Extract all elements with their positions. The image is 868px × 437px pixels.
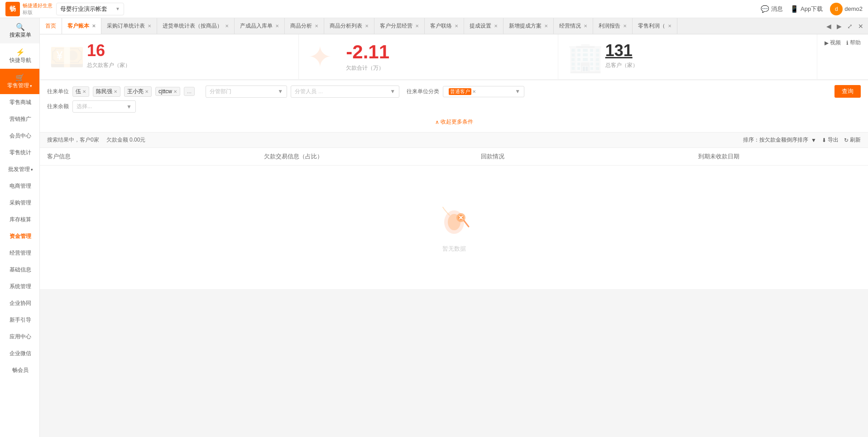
- chevron-right-icon: ▾: [30, 84, 32, 88]
- empty-icon: [436, 202, 472, 239]
- chevron-down-icon: ▼: [278, 88, 283, 95]
- export-icon: ⬇: [822, 137, 826, 143]
- remove-tag-icon[interactable]: ✕: [173, 89, 177, 94]
- stat-block-debt: ✦ -2.11 欠款合计（万）: [299, 34, 558, 79]
- message-button[interactable]: 💬 消息: [761, 5, 783, 13]
- sidebar-item-retail-stats[interactable]: 零售统计: [0, 144, 39, 161]
- person-filter-select[interactable]: 分管人员 ... ▼: [291, 86, 399, 98]
- tab-add-commission[interactable]: 新增提成方案 ✕: [504, 18, 554, 34]
- tab-close-icon[interactable]: ✕: [315, 24, 318, 28]
- category-filter-select[interactable]: 普通客户 ✕ ▼: [443, 86, 524, 97]
- tab-customer-layer[interactable]: 客户分层经营 ✕: [374, 18, 425, 34]
- sidebar-item-basic-info[interactable]: 基础信息: [0, 261, 39, 278]
- refresh-button[interactable]: ↻ 刷新: [844, 136, 861, 144]
- dept-filter-select[interactable]: 分管部门 ▼: [206, 86, 287, 98]
- tab-purchase-stats[interactable]: 采购订单统计表 ✕: [101, 18, 157, 34]
- tab-home[interactable]: 首页: [40, 18, 62, 34]
- tab-close-icon[interactable]: ✕: [365, 24, 369, 28]
- collapse-button[interactable]: ∧ 收起更多条件: [435, 116, 473, 128]
- export-button[interactable]: ⬇ 导出: [822, 136, 839, 144]
- main-container: 🔍 搜索菜单 ⚡ 快捷导航 🛒 零售管理 ▾ 零售商城 营销推广 会员中心 零售…: [0, 18, 868, 437]
- balance-filter-select[interactable]: 选择... ▼: [72, 100, 136, 113]
- sidebar-item-wholesale-management[interactable]: 批发管理 ▾: [0, 161, 39, 178]
- video-button[interactable]: ▶ 视频: [825, 39, 841, 47]
- tab-close-icon[interactable]: ✕: [148, 24, 151, 28]
- tab-purchase-goods[interactable]: 进货单统计表（按商品） ✕: [157, 18, 235, 34]
- tab-goods-analysis[interactable]: 商品分析 ✕: [285, 18, 324, 34]
- tab-close-icon[interactable]: ✕: [544, 24, 548, 28]
- empty-text: 暂无数据: [442, 245, 466, 253]
- filter-tag-cjttcw[interactable]: cjttcw ✕: [155, 87, 180, 96]
- nav-icon: ⚡: [3, 48, 38, 57]
- sidebar-item-marketing[interactable]: 营销推广: [0, 111, 39, 128]
- unit-filter-label: 往来单位: [47, 88, 69, 95]
- filter-tag-wangxx[interactable]: 王小亮 ✕: [124, 86, 152, 97]
- sidebar-item-business-management[interactable]: 经营管理: [0, 245, 39, 261]
- results-bar: 搜索结果中，客户0家 欠款金额 0.00元 排序：按欠款金额倒序排序 ▼ ⬇ 导…: [40, 133, 868, 148]
- tab-customer-contact[interactable]: 客户联络 ✕: [425, 18, 464, 34]
- content-area: 首页 客户账本 ✕ 采购订单统计表 ✕ 进货单统计表（按商品） ✕ 产成品入库单…: [40, 18, 868, 437]
- refresh-icon: ↻: [844, 137, 849, 143]
- tab-close-icon[interactable]: ✕: [225, 24, 229, 28]
- phone-icon: 📱: [790, 5, 799, 13]
- chevron-down-icon: ▾: [31, 167, 33, 172]
- tab-product-stock[interactable]: 产成品入库单 ✕: [235, 18, 285, 34]
- filter-tag-chenmq[interactable]: 陈民强 ✕: [93, 86, 120, 97]
- tab-close-icon[interactable]: ✕: [92, 24, 96, 28]
- sidebar-item-system-management[interactable]: 系统管理: [0, 278, 39, 295]
- sidebar-item-wechat-work[interactable]: 企业微信: [0, 345, 39, 362]
- remove-category-icon[interactable]: ✕: [472, 89, 476, 94]
- tab-goods-analysis-list[interactable]: 商品分析列表 ✕: [324, 18, 374, 34]
- sidebar-item-member-center[interactable]: 会员中心: [0, 128, 39, 144]
- col-header-date: 到期未收款日期: [698, 152, 861, 161]
- sidebar-item-chang-member[interactable]: 畅会员: [0, 362, 39, 379]
- help-actions: ▶ 视频 ℹ 帮助: [817, 34, 868, 79]
- sidebar-item-fund-management[interactable]: 资金管理: [0, 228, 39, 245]
- tab-next-icon[interactable]: ▶: [835, 22, 844, 31]
- stats-row: 💴 16 总欠款客户（家） ✦ -2.11 欠款合计（万） 🏢 131 总客户（…: [40, 34, 868, 80]
- store-selector[interactable]: 母婴行业演示帐套 ▼: [56, 3, 124, 15]
- sidebar-item-enterprise-collab[interactable]: 企业协同: [0, 295, 39, 312]
- sidebar-item-retail-mall[interactable]: 零售商城: [0, 94, 39, 111]
- avatar: d: [830, 3, 843, 15]
- sidebar-item-ecommerce[interactable]: 电商管理: [0, 178, 39, 195]
- filter-row-1: 往来单位 伍 ✕ 陈民强 ✕ 王小亮 ✕ cjttcw: [47, 85, 861, 98]
- user-profile-button[interactable]: d demo2: [830, 3, 863, 15]
- remove-tag-icon[interactable]: ✕: [114, 89, 117, 94]
- col-header-payment: 回款情况: [481, 152, 698, 161]
- help-button[interactable]: ℹ 帮助: [846, 39, 861, 47]
- tab-close-icon[interactable]: ✕: [623, 24, 627, 28]
- tab-retail-profit[interactable]: 零售利润（ ✕: [633, 18, 677, 34]
- tab-close-icon[interactable]: ✕: [275, 24, 279, 28]
- tab-prev-icon[interactable]: ◀: [825, 22, 833, 31]
- tab-close-all-icon[interactable]: ✕: [856, 22, 865, 31]
- sidebar-item-purchase-management[interactable]: 采购管理: [0, 195, 39, 211]
- app-download-button[interactable]: 📱 App下载: [790, 5, 823, 13]
- sidebar-item-search-menu[interactable]: 🔍 搜索菜单: [0, 18, 39, 43]
- filter-tag-more[interactable]: ...: [184, 87, 195, 96]
- tab-close-icon[interactable]: ✕: [455, 24, 458, 28]
- sort-select[interactable]: 排序：按欠款金额倒序排序 ▼: [743, 136, 816, 144]
- tab-maximize-icon[interactable]: ⤢: [845, 22, 854, 31]
- tab-bar: 首页 客户账本 ✕ 采购订单统计表 ✕ 进货单统计表（按商品） ✕ 产成品入库单…: [40, 18, 868, 34]
- category-tag[interactable]: 普通客户: [449, 88, 471, 95]
- sidebar-item-retail-management[interactable]: 🛒 零售管理 ▾: [0, 69, 39, 94]
- tab-commission-setting[interactable]: 提成设置 ✕: [464, 18, 504, 34]
- sidebar-item-beginner-guide[interactable]: 新手引导: [0, 312, 39, 328]
- chevron-down-icon: ▼: [515, 88, 520, 95]
- tab-customer-ledger[interactable]: 客户账本 ✕: [62, 18, 101, 34]
- tab-business-status[interactable]: 经营情况 ✕: [554, 18, 593, 34]
- tab-close-icon[interactable]: ✕: [415, 24, 419, 28]
- query-button[interactable]: 查询: [834, 85, 861, 98]
- remove-tag-icon[interactable]: ✕: [145, 89, 149, 94]
- tab-close-icon[interactable]: ✕: [584, 24, 587, 28]
- filter-tag-wu[interactable]: 伍 ✕: [72, 86, 89, 97]
- sidebar-item-inventory[interactable]: 库存核算: [0, 211, 39, 228]
- tab-close-icon[interactable]: ✕: [668, 24, 671, 28]
- tab-close-icon[interactable]: ✕: [494, 24, 498, 28]
- sidebar-item-app-center[interactable]: 应用中心: [0, 328, 39, 345]
- chevron-down-icon: ▼: [115, 6, 120, 11]
- tab-profit-report[interactable]: 利润报告 ✕: [593, 18, 633, 34]
- remove-tag-icon[interactable]: ✕: [82, 89, 86, 94]
- sidebar-item-quick-nav[interactable]: ⚡ 快捷导航: [0, 43, 39, 69]
